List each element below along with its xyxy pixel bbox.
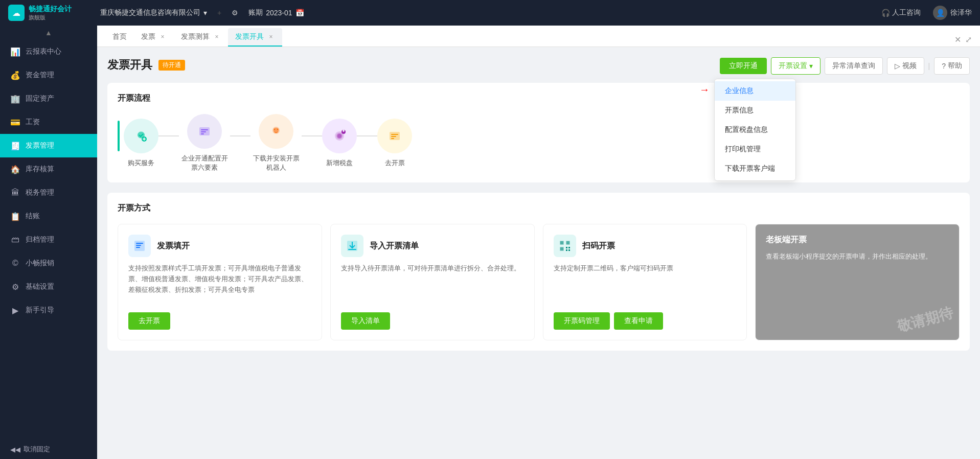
company-selector[interactable]: 重庆畅捷交通信息咨询有限公司 ▾ [96, 6, 211, 19]
close-all-icon[interactable]: ✕ [954, 35, 961, 44]
chevron-down-icon: ▾ [809, 62, 813, 70]
sidebar-item-fund-mgmt[interactable]: 💰 资金管理 [0, 63, 97, 87]
tab-invoice-tool-close[interactable]: × [267, 33, 275, 41]
sidebar-item-inventory[interactable]: 🏠 库存核算 [0, 157, 97, 181]
svg-rect-19 [136, 243, 143, 244]
sidebar-item-fixed-assets[interactable]: 🏢 固定资产 [0, 87, 97, 110]
step-connector-3 [302, 135, 322, 136]
step-label-2: 企业开通配置开票六要素 [179, 154, 230, 172]
tab-bar: 首页 发票 × 发票测算 × 发票开具 × ✕ ⤢ [97, 26, 980, 47]
app-container: ☁ 畅捷通好会计 旗舰版 重庆畅捷交通信息咨询有限公司 ▾ + ⚙ 账期 202… [0, 0, 980, 459]
sidebar-item-invoice-mgmt[interactable]: 🧾 发票管理 [0, 134, 97, 157]
sidebar-label-fixed-assets: 固定资产 [26, 94, 54, 103]
sidebar-item-new-guide[interactable]: ▶ 新手引导 [0, 299, 97, 322]
step-icon-5 [377, 119, 412, 153]
top-right: 🎧 人工咨询 👤 徐泽华 [877, 6, 972, 20]
period-label: 账期 [248, 8, 263, 17]
period-value: 2023-01 [266, 9, 292, 17]
tab-invoice-tool[interactable]: 发票开具 × [228, 28, 282, 47]
step-icon-4 [322, 119, 357, 153]
user-name: 徐泽华 [950, 8, 972, 17]
step-connector-1 [158, 135, 179, 136]
video-btn[interactable]: ▷ 视频 [887, 57, 924, 75]
svg-rect-30 [566, 247, 567, 248]
activate-btn[interactable]: 立即开通 [720, 58, 767, 74]
company-name: 重庆畅捷交通信息咨询有限公司 [100, 8, 200, 17]
svg-rect-20 [136, 245, 141, 246]
tab-invoice-close[interactable]: × [158, 33, 167, 41]
fund-icon: 💰 [10, 70, 20, 80]
sidebar-label-tax-mgmt: 税务管理 [26, 188, 54, 197]
fixed-assets-icon: 🏢 [10, 94, 20, 104]
dropdown-item-company-info[interactable]: 企业信息 [715, 81, 795, 101]
accounting-icon: 📋 [10, 211, 20, 221]
fill-desc: 支持按照发票样式手工填开发票；可开具增值税电子普通发票、增值税普通发票、增值税专… [128, 263, 311, 304]
step-icon-3 [259, 114, 293, 149]
dropdown-item-download-client[interactable]: 下载开票客户端 [715, 159, 795, 178]
scan-btn2[interactable]: 查看申请 [614, 312, 663, 330]
expand-icon[interactable]: ⤢ [965, 35, 972, 44]
app-title: 畅捷通好会计 [29, 5, 72, 14]
tab-invoice-test-label: 发票测算 [181, 32, 210, 41]
boss-desc: 查看老板端小程序提交的开票申请，并作出相应的处理。 [766, 251, 949, 292]
tab-invoice-test[interactable]: 发票测算 × [174, 28, 228, 47]
download-client-label: 下载开票客户端 [725, 164, 775, 172]
exception-btn[interactable]: 异常清单查询 [825, 57, 883, 75]
page-title: 发票开具 [107, 57, 152, 73]
tax-icon: 🏛 [10, 188, 20, 198]
settings-btn[interactable]: ⚙ [227, 7, 242, 19]
sidebar-item-cloud-report[interactable]: 📊 云报表中心 [0, 40, 97, 63]
step-icon-1 [124, 119, 158, 153]
svg-rect-21 [136, 247, 140, 248]
sidebar-label-new-guide: 新手引导 [26, 306, 54, 315]
sidebar-label-payroll: 工资 [26, 118, 40, 127]
cancel-fixed-btn[interactable]: ◀◀ 取消固定 [0, 440, 97, 459]
sidebar-label-inventory: 库存核算 [26, 165, 54, 174]
svg-rect-33 [568, 249, 570, 251]
settings-btn-label: 开票设置 [779, 61, 807, 71]
tab-home-label: 首页 [112, 32, 127, 41]
sidebar-item-basic-settings[interactable]: ⚙ 基础设置 [0, 275, 97, 299]
sidebar-scroll-up[interactable]: ▲ [0, 26, 97, 40]
import-btn[interactable]: 导入清单 [341, 312, 390, 330]
help-btn[interactable]: ? 帮助 [934, 57, 970, 75]
tab-invoice-tool-label: 发票开具 [235, 32, 264, 41]
logo-icon: ☁ [8, 5, 25, 21]
svg-rect-31 [568, 247, 570, 248]
sidebar-item-payroll[interactable]: 💳 工资 [0, 110, 97, 134]
dropdown-item-printer[interactable]: 打印机管理 [715, 140, 795, 159]
page-toolbar: 立即开通 开票设置 ▾ 异常清单查询 ▷ 视频 | ? 帮助 [720, 57, 970, 75]
user-area[interactable]: 👤 徐泽华 [933, 6, 972, 20]
import-desc: 支持导入待开票清单，可对待开票清单进行拆分、合并处理。 [341, 263, 524, 304]
cancel-fixed-label: 取消固定 [24, 445, 50, 454]
dropdown-menu: → 企业信息 开票信息 配置税盘信息 打印机管理 下载开票客 [714, 79, 796, 181]
main-area: ▲ 📊 云报表中心 💰 资金管理 🏢 固定资产 💳 工资 🧾 发票管理 [0, 26, 980, 459]
step-label-4: 新增税盘 [326, 158, 353, 168]
fill-btn[interactable]: 去开票 [128, 312, 170, 330]
sidebar-item-archive-mgmt[interactable]: 🗃 归档管理 [0, 228, 97, 251]
dropdown-item-invoice-info[interactable]: 开票信息 [715, 101, 795, 120]
step-label-5: 去开票 [385, 158, 405, 168]
user-icon: 👤 [936, 9, 945, 17]
accounting-period: 账期 2023-01 📅 [248, 8, 304, 17]
import-icon [341, 235, 363, 257]
logo-area: ☁ 畅捷通好会计 旗舰版 [8, 5, 90, 21]
support-btn[interactable]: 🎧 人工咨询 [877, 6, 925, 19]
svg-rect-4 [201, 131, 206, 132]
flow-step-2: 企业开通配置开票六要素 [179, 114, 230, 172]
gear-icon: ⚙ [232, 9, 238, 17]
dropdown-item-tax-config[interactable]: 配置税盘信息 [715, 120, 795, 140]
tab-home[interactable]: 首页 [105, 28, 134, 47]
chevron-down-icon: ▾ [203, 9, 207, 17]
avatar: 👤 [933, 6, 947, 20]
svg-rect-16 [391, 136, 396, 137]
sidebar-item-tax-mgmt[interactable]: 🏛 税务管理 [0, 181, 97, 204]
sidebar-item-xiaochang[interactable]: © 小畅报销 [0, 251, 97, 275]
tab-invoice[interactable]: 发票 × [134, 28, 174, 47]
settings-btn[interactable]: 开票设置 ▾ [771, 57, 821, 75]
methods-grid: 发票填开 支持按照发票样式手工填开发票；可开具增值税电子普通发票、增值税普通发票… [118, 224, 960, 340]
scan-btn1[interactable]: 开票码管理 [554, 312, 610, 330]
app-subtitle: 旗舰版 [29, 14, 72, 21]
sidebar-item-accounting[interactable]: 📋 结账 [0, 204, 97, 228]
tab-invoice-test-close[interactable]: × [213, 33, 221, 41]
